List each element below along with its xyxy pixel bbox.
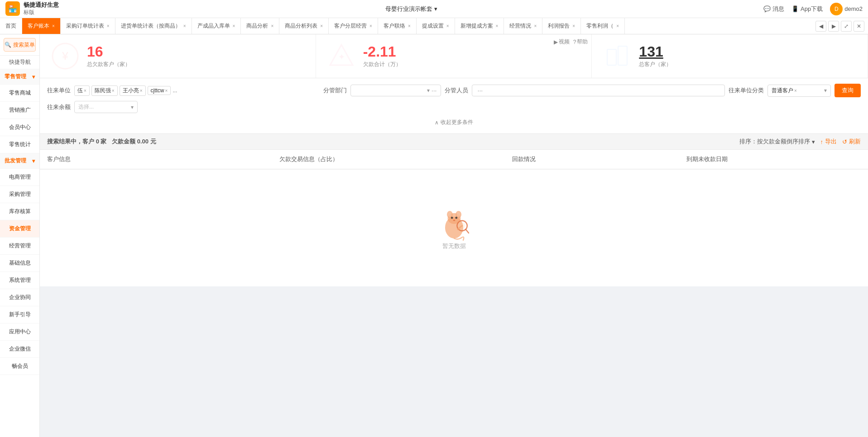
help-btn[interactable]: ? 帮助 — [573, 38, 588, 46]
close-new-raise-tab[interactable]: × — [496, 24, 499, 28]
sidebar-item-ecommerce[interactable]: 电商管理 — [0, 169, 39, 186]
close-contact-tab[interactable]: × — [408, 24, 411, 28]
close-cost-tab[interactable]: × — [233, 24, 235, 28]
balance-select[interactable]: 选择... ▾ — [74, 101, 138, 113]
tab-accounts[interactable]: 客户账本 × — [22, 18, 61, 34]
store-selector[interactable]: 母婴行业演示帐套 ▾ — [382, 5, 441, 13]
dept-dots[interactable]: ··· — [432, 87, 437, 94]
search-menu-btn[interactable]: 🔍 搜索菜单 — [4, 38, 36, 52]
from-balance-label: 往来余额 — [47, 103, 71, 111]
sidebar-quick-nav[interactable]: 快捷导航 — [0, 56, 39, 69]
close-product-tab[interactable]: × — [271, 24, 273, 28]
close-purchase-tab[interactable]: × — [107, 24, 110, 28]
sidebar-item-purchase[interactable]: 采购管理 — [0, 186, 39, 203]
tab-purchase-order[interactable]: 采购订单统计表 × — [61, 18, 115, 34]
remove-tag-wang[interactable]: × — [140, 88, 143, 93]
credit-total-value: -2.11 — [363, 44, 401, 59]
sidebar-item-system[interactable]: 系统管理 — [0, 272, 39, 289]
person-dots[interactable]: ··· — [478, 87, 483, 94]
sidebar-item-finance[interactable]: 资金管理 — [0, 220, 39, 238]
sidebar-item-new-guide[interactable]: 新手引导 — [0, 306, 39, 323]
search-icon: 🔍 — [5, 42, 11, 48]
sidebar-item-enterprise-wechat[interactable]: 企业微信 — [0, 341, 39, 358]
sidebar-item-marketing[interactable]: 营销推广 — [0, 102, 39, 119]
sidebar-item-ops[interactable]: 经营管理 — [0, 238, 39, 255]
sidebar-item-retail-stats[interactable]: 零售统计 — [0, 136, 39, 153]
tab-business-status[interactable]: 经营情况 × — [504, 18, 542, 34]
svg-rect-5 — [618, 46, 627, 65]
tab-retail-profit[interactable]: 零售利润（ × — [581, 18, 625, 34]
app-icon: 📱 — [791, 5, 799, 12]
app-download-btn[interactable]: 📱 App下载 — [791, 5, 823, 13]
tab-home[interactable]: 首页 — [0, 18, 22, 34]
top-right: 💬 消息 📱 App下载 D demo2 — [763, 3, 863, 15]
stat-credit-customers: ¥ 16 总欠款客户（家） — [40, 34, 316, 78]
collapse-filters-btn[interactable]: ∧ 收起更多条件 — [47, 117, 861, 128]
credit-total-label: 欠款合计（万） — [363, 61, 401, 68]
remove-tag-wu[interactable]: × — [84, 88, 86, 93]
tab-cost-inbound[interactable]: 产成品入库单 × — [192, 18, 241, 34]
empty-state-icon — [436, 206, 472, 242]
close-list-tab[interactable]: × — [320, 24, 323, 28]
from-unit-label: 往来单位 — [47, 86, 71, 95]
sidebar-item-inventory[interactable]: 库存核算 — [0, 203, 39, 220]
user-menu[interactable]: D demo2 — [830, 3, 863, 15]
sidebar-item-app-center[interactable]: 应用中心 — [0, 323, 39, 341]
close-inbound-tab[interactable]: × — [183, 24, 186, 28]
nav-expand-btn[interactable]: ⤢ — [841, 21, 852, 32]
close-retail-profit-tab[interactable]: × — [616, 24, 619, 28]
branch-person-label: 分管人员 — [445, 86, 468, 95]
sidebar-item-wholesale-mgmt[interactable]: 批发管理 ▾ — [0, 153, 39, 169]
filter-tags: 伍 × 陈民强 × 王小亮 × cjttcw × ... — [74, 86, 320, 96]
close-raise-tab[interactable]: × — [446, 24, 449, 28]
sidebar-item-retail-mall[interactable]: 零售商城 — [0, 85, 39, 102]
sort-select[interactable]: 排序：按欠款金额倒序排序 ▾ — [739, 138, 815, 146]
filter-tag-chen: 陈民强 × — [91, 86, 118, 96]
tab-new-raise[interactable]: 新增提成方案 × — [455, 18, 504, 34]
logo-text: 畅捷通好生意 标版 — [24, 1, 59, 16]
sidebar-item-basic-info[interactable]: 基础信息 — [0, 255, 39, 272]
unit-type-select[interactable]: 普通客户 × ▾ — [767, 85, 831, 97]
tab-inbound-stats[interactable]: 进货单统计表（按商品） × — [115, 18, 192, 34]
tab-product-analysis-list[interactable]: 商品分析列表 × — [279, 18, 329, 34]
svg-point-12 — [451, 217, 453, 219]
sidebar-search-area: 🔍 搜索菜单 — [0, 34, 39, 56]
close-accounts-tab[interactable]: × — [52, 24, 55, 28]
filter-row-2: 往来余额 选择... ▾ — [47, 101, 861, 113]
result-actions: 排序：按欠款金额倒序排序 ▾ ↑ 导出 ↺ 刷新 — [739, 138, 861, 146]
branch-dept-select[interactable]: ▾ ··· — [350, 85, 441, 96]
remove-customer-type[interactable]: × — [794, 88, 797, 93]
branch-dept-label: 分管部门 — [323, 86, 347, 95]
video-help-btn[interactable]: ▶ 视频 — [554, 38, 570, 46]
tab-customer-contact[interactable]: 客户联络 × — [378, 18, 417, 34]
remove-tag-cjttcw[interactable]: × — [165, 88, 168, 93]
nav-prev-btn[interactable]: ◀ — [815, 21, 826, 32]
svg-point-13 — [455, 217, 457, 219]
nav-close-btn[interactable]: ✕ — [854, 21, 864, 32]
filter-tag-wang: 王小亮 × — [120, 86, 146, 96]
credit-customers-label: 总欠款客户（家） — [87, 61, 130, 68]
svg-point-14 — [453, 219, 455, 221]
sidebar-item-vip[interactable]: 畅会员 — [0, 358, 39, 375]
tab-profit-report[interactable]: 利润报告 × — [542, 18, 581, 34]
close-profit-tab[interactable]: × — [572, 24, 575, 28]
refresh-btn[interactable]: ↺ 刷新 — [842, 138, 861, 146]
message-btn[interactable]: 💬 消息 — [763, 5, 784, 13]
sidebar-item-enterprise-collab[interactable]: 企业协同 — [0, 289, 39, 306]
sidebar-item-retail-mgmt[interactable]: 零售管理 ▾ — [0, 69, 39, 85]
nav-next-btn[interactable]: ▶ — [828, 21, 839, 32]
tab-raise-settings[interactable]: 提成设置 × — [417, 18, 455, 34]
remove-tag-chen[interactable]: × — [112, 88, 115, 93]
tab-customer-segment[interactable]: 客户分层经营 × — [329, 18, 378, 34]
filter-more-tags[interactable]: ... — [173, 87, 177, 94]
tab-product-analysis[interactable]: 商品分析 × — [241, 18, 279, 34]
branch-person-select[interactable]: ··· — [472, 85, 725, 96]
total-customers-icon — [603, 42, 632, 71]
query-button[interactable]: 查询 — [834, 84, 861, 97]
svg-point-10 — [448, 212, 451, 217]
close-biz-tab[interactable]: × — [534, 24, 537, 28]
close-segment-tab[interactable]: × — [369, 24, 372, 28]
export-btn[interactable]: ↑ 导出 — [820, 138, 837, 146]
sidebar-item-member-center[interactable]: 会员中心 — [0, 119, 39, 136]
th-debt-info: 欠款交易信息（占比） — [279, 155, 512, 163]
